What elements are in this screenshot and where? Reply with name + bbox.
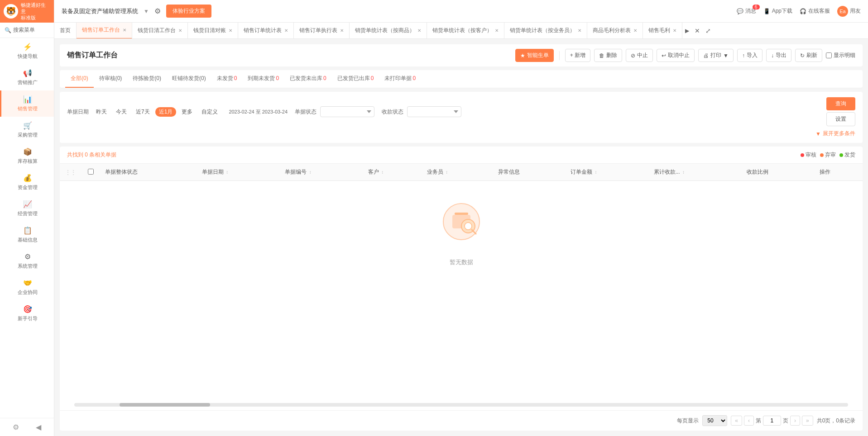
export-button[interactable]: ↓ 导出 — [766, 49, 791, 62]
tab-sales-summary-product[interactable]: 销货单统计表（按商品）✕ — [350, 23, 427, 39]
first-page-button[interactable]: « — [731, 416, 742, 426]
topbar-dropdown-icon[interactable]: ▼ — [144, 8, 149, 14]
review-action-button[interactable]: 审核 — [801, 151, 816, 159]
last-page-button[interactable]: » — [802, 416, 813, 426]
cancel-suspend-button[interactable]: ↩ 取消中止 — [657, 49, 695, 62]
sub-tab-not-printed[interactable]: 未打印单据0 — [379, 70, 421, 88]
tab-cash-reconcile[interactable]: 钱货日清对账✕ — [188, 23, 238, 39]
tab-sales-stats[interactable]: 销售订单统计表✕ — [238, 23, 294, 39]
tab-sales-summary-staff[interactable]: 销货单统计表（按业务员）✕ — [504, 23, 587, 39]
tab-close-sales-stats[interactable]: ✕ — [284, 28, 288, 33]
search-icon: 🔍 — [5, 27, 11, 33]
unreviewed-action-button[interactable]: 弃审 — [820, 151, 836, 159]
show-detail-checkbox[interactable] — [826, 52, 832, 58]
date-col-header[interactable]: 单据日期 ↕ — [197, 164, 280, 181]
tab-close-product-margin[interactable]: ✕ — [633, 28, 637, 33]
query-button[interactable]: 查询 — [826, 97, 855, 110]
logo-icon: 🐯 — [4, 4, 18, 19]
sub-tab-pending-check[interactable]: 待拣验货(0) — [127, 70, 167, 88]
collapse-icon[interactable]: ◀ — [36, 423, 41, 431]
date-btn-yesterday[interactable]: 昨天 — [92, 107, 110, 117]
suspend-button[interactable]: ⊘ 中止 — [626, 49, 653, 62]
refresh-button[interactable]: ↻ 刷新 — [795, 49, 822, 62]
industry-solution-button[interactable]: 体验行业方案 — [166, 5, 211, 18]
tabs-expand-button[interactable]: ⤢ — [703, 23, 714, 39]
settings-icon[interactable]: ⚙ — [13, 423, 19, 431]
topbar-settings-icon[interactable]: ⚙ — [154, 7, 161, 15]
next-page-button[interactable]: › — [790, 416, 800, 426]
select-all-checkbox[interactable] — [88, 169, 94, 175]
online-service-button[interactable]: 🎧 在线客服 — [800, 7, 830, 15]
smart-generate-button[interactable]: ★ 智能生单 — [515, 49, 554, 62]
print-button[interactable]: 🖨 打印 ▼ — [698, 49, 734, 62]
sidebar-search[interactable]: 🔍 搜索菜单 — [0, 23, 54, 38]
checkbox-all-header[interactable] — [82, 164, 100, 181]
tab-close-sales-summary-staff[interactable]: ✕ — [578, 28, 581, 33]
number-col-header[interactable]: 单据编号 ↕ — [279, 164, 363, 181]
page-number-input[interactable] — [763, 416, 781, 426]
sidebar-item-inventory[interactable]: 📦 库存核算 — [0, 143, 54, 169]
date-btn-7days[interactable]: 近7天 — [132, 107, 153, 117]
staff-col-header[interactable]: 业务员 ↕ — [422, 164, 493, 181]
tab-sales-exec[interactable]: 销售订单执行表✕ — [294, 23, 350, 39]
message-button[interactable]: 💬 6 消息 — [737, 7, 756, 15]
sub-tab-not-shipped[interactable]: 未发货0 — [211, 70, 243, 88]
tab-cash-daily[interactable]: 钱货日清工作台✕ — [132, 23, 188, 39]
user-menu-button[interactable]: Ea 用友 — [837, 6, 861, 17]
tab-close-sales-exec[interactable]: ✕ — [340, 28, 344, 33]
tab-product-margin[interactable]: 商品毛利分析表✕ — [587, 23, 643, 39]
sidebar-item-sales[interactable]: 📊 销售管理 — [0, 90, 54, 117]
ship-action-button[interactable]: 发货 — [839, 151, 855, 159]
prev-page-button[interactable]: ‹ — [744, 416, 754, 426]
sidebar-item-system[interactable]: ⚙ 系统管理 — [0, 248, 54, 274]
scroll-thumb[interactable] — [120, 403, 210, 407]
tab-close-sales-summary-product[interactable]: ✕ — [417, 28, 421, 33]
sidebar-item-purchase[interactable]: 🛒 采购管理 — [0, 117, 54, 143]
tab-close-cash-daily[interactable]: ✕ — [178, 28, 182, 33]
print-icon: 🖨 — [703, 52, 709, 59]
sub-tab-pending-review[interactable]: 待审核(0) — [94, 70, 128, 88]
delete-button[interactable]: 🗑 删除 — [594, 49, 622, 62]
sub-tab-shipped-no-out[interactable]: 已发货未出库0 — [284, 70, 332, 88]
sub-tab-shipped-out[interactable]: 已发货已出库0 — [332, 70, 379, 88]
sidebar-item-quick-nav[interactable]: ⚡ 快捷导航 — [0, 38, 54, 64]
date-btn-today[interactable]: 今天 — [112, 107, 130, 117]
tab-sales-heli[interactable]: 销售毛利✕ — [643, 23, 682, 39]
sidebar-item-finance[interactable]: 💰 资金管理 — [0, 169, 54, 195]
sidebar-item-label: 基础信息 — [18, 237, 38, 243]
sub-tab-expired-ship[interactable]: 到期未发货0 — [242, 70, 284, 88]
tab-sales-summary-client[interactable]: 销货单统计表（按客户）✕ — [427, 23, 504, 39]
doc-status-select[interactable] — [320, 106, 374, 117]
horizontal-scrollbar[interactable] — [74, 403, 848, 407]
date-btn-1month[interactable]: 近1月 — [155, 107, 177, 117]
tab-close-sales-order[interactable]: ✕ — [123, 28, 126, 33]
import-icon: ↑ — [742, 52, 745, 59]
tab-close-sales-summary-client[interactable]: ✕ — [495, 28, 499, 33]
sidebar-item-marketing[interactable]: 📢 营销推广 — [0, 64, 54, 90]
date-btn-custom[interactable]: 自定义 — [198, 107, 221, 117]
amount-col-header[interactable]: 订单金额 ↕ — [565, 164, 648, 181]
collected-col-header[interactable]: 累计收款... ↕ — [648, 164, 742, 181]
tabs-close-all-button[interactable]: ✕ — [692, 23, 703, 39]
sidebar-item-basic-info[interactable]: 📋 基础信息 — [0, 222, 54, 248]
app-download-button[interactable]: 📱 App下载 — [763, 7, 792, 15]
sidebar-item-enterprise[interactable]: 🤝 企业协同 — [0, 274, 54, 300]
import-button[interactable]: ↑ 导入 — [737, 49, 762, 62]
tab-close-sales-heli[interactable]: ✕ — [673, 28, 676, 33]
sub-tab-all[interactable]: 全部(0) — [65, 70, 94, 88]
customer-col-header[interactable]: 客户 ↕ — [363, 164, 422, 181]
per-page-select[interactable]: 50 20 100 — [702, 415, 727, 426]
sidebar-item-operations[interactable]: 📈 经营管理 — [0, 195, 54, 222]
filter-settings-button[interactable]: 设置 — [826, 112, 855, 126]
tabs-next-arrow[interactable]: ▶ — [682, 23, 692, 39]
tab-home[interactable]: 首页 — [54, 23, 77, 39]
sidebar-item-guide[interactable]: 🎯 新手引导 — [0, 300, 54, 327]
avatar: Ea — [837, 6, 848, 17]
date-btn-more[interactable]: 更多 — [178, 107, 196, 117]
sub-tab-wangpu-ship[interactable]: 旺铺待发货(0) — [167, 70, 211, 88]
tab-close-cash-reconcile[interactable]: ✕ — [229, 28, 232, 33]
add-button[interactable]: + 新增 — [565, 49, 590, 62]
expand-filter-button[interactable]: ▼ 展开更多条件 — [815, 130, 855, 137]
tab-sales-order[interactable]: 销售订单工作台✕ — [77, 23, 132, 39]
payment-status-select[interactable] — [407, 106, 461, 117]
